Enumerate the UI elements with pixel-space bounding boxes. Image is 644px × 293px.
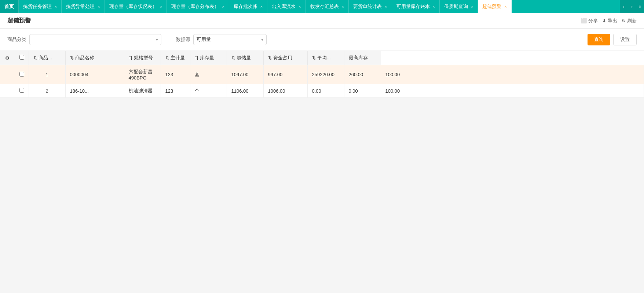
nav-close-button[interactable]: × — [636, 0, 644, 13]
header-actions: ⬜ 分享 ⬇ 导出 ↻ 刷新 — [581, 18, 637, 24]
row-unit: 套 — [190, 65, 227, 84]
th-product-name[interactable]: ⇅ 商品名称 — [65, 51, 124, 65]
nav-item-task-mgmt[interactable]: 拣货任务管理 × — [19, 0, 62, 13]
th-max-inventory[interactable]: 最高库存 — [344, 51, 381, 65]
datasource-select[interactable]: 可用量 ▾ — [193, 34, 267, 45]
nav-item-inventory-dist[interactable]: 现存量（库存分布表） × — [167, 0, 229, 13]
data-table: ⚙ ⇅ 商品... ⇅ 商品名称 — [0, 51, 644, 98]
nav-item-inout-flow[interactable]: 出入库流水 × — [267, 0, 305, 13]
row-avg: 0.00 — [344, 84, 381, 98]
row-product-code: 186-10... — [65, 84, 124, 98]
row-num: 2 — [29, 84, 65, 98]
export-button[interactable]: ⬇ 导出 — [602, 18, 617, 24]
nav-item-batch-account[interactable]: 库存批次账 × — [229, 0, 267, 13]
row-checkbox-cell — [15, 65, 29, 84]
gear-icon[interactable]: ⚙ — [5, 55, 10, 61]
table-body: 1 0000004 六配套新昌490BPG 123 套 1097.00 997.… — [0, 65, 644, 98]
th-settings: ⚙ — [0, 51, 15, 65]
row-spec: 123 — [161, 84, 190, 98]
nav-item-quality-check[interactable]: 保质期查询 × — [440, 0, 478, 13]
category-select[interactable]: ▾ — [29, 34, 161, 45]
content-inner: 超储预警 ⬜ 分享 ⬇ 导出 ↻ 刷新 商品分类 — [0, 13, 644, 98]
table-row: 1 0000004 六配套新昌490BPG 123 套 1097.00 997.… — [0, 65, 644, 84]
row-max-inventory: 100.00 — [381, 65, 644, 84]
th-capital[interactable]: ⇅ 资金占用 — [263, 51, 307, 65]
th-product-code[interactable]: ⇅ 商品... — [29, 51, 65, 65]
row-max-inventory: 100.00 — [381, 84, 644, 98]
th-inventory[interactable]: ⇅ 库存量 — [190, 51, 227, 65]
export-icon: ⬇ — [602, 18, 606, 23]
row-overstock: 1006.00 — [263, 84, 307, 98]
nav-arrows: ‹ › × — [620, 0, 644, 13]
row-inventory: 1106.00 — [227, 84, 263, 98]
settings-button[interactable]: 设置 — [613, 34, 637, 45]
row-checkbox[interactable] — [19, 72, 24, 77]
nav-item-overstock-warning[interactable]: 超储预警 × — [478, 0, 511, 13]
nav-item-available-account[interactable]: 可用量库存账本 × — [392, 0, 440, 13]
row-avg: 260.00 — [344, 65, 381, 84]
table-row: 2 186-10... 机油滤清器 123 个 1106.00 1006.00 … — [0, 84, 644, 98]
row-unit: 个 — [190, 84, 227, 98]
row-overstock: 997.00 — [263, 65, 307, 84]
datasource-value: 可用量 — [197, 36, 211, 43]
table-header-row: ⚙ ⇅ 商品... ⇅ 商品名称 — [0, 51, 644, 65]
close-icon[interactable]: × — [504, 4, 506, 9]
close-icon[interactable]: × — [342, 4, 344, 9]
close-icon[interactable]: × — [222, 4, 224, 9]
page-header: 超储预警 ⬜ 分享 ⬇ 导出 ↻ 刷新 — [0, 13, 644, 29]
datasource-label: 数据源 — [176, 36, 190, 43]
th-unit[interactable]: ⇅ 主计量 — [161, 51, 190, 65]
nav-item-abnormal[interactable]: 拣货异常处理 × — [62, 0, 105, 13]
row-capital: 259220.00 — [307, 65, 344, 84]
chevron-down-icon: ▾ — [156, 37, 158, 42]
nav-item-inventory-status[interactable]: 现存量（库存状况表） × — [105, 0, 167, 13]
close-icon[interactable]: × — [98, 4, 100, 9]
row-capital: 0.00 — [307, 84, 344, 98]
main-content: 超储预警 ⬜ 分享 ⬇ 导出 ↻ 刷新 商品分类 — [0, 13, 644, 293]
th-spec[interactable]: ⇅ 规格型号 — [124, 51, 161, 65]
close-icon[interactable]: × — [471, 4, 473, 9]
filter-buttons: 查询 设置 — [588, 34, 637, 45]
th-checkbox — [15, 51, 29, 65]
nav-next-button[interactable]: › — [628, 0, 636, 13]
th-overstock[interactable]: ⇅ 超储量 — [227, 51, 263, 65]
page-title: 超储预警 — [7, 17, 31, 25]
row-num: 1 — [29, 65, 65, 84]
top-nav: 首页 拣货任务管理 × 拣货异常处理 × 现存量（库存状况表） × 现存量（库存… — [0, 0, 644, 13]
category-label: 商品分类 — [7, 36, 26, 43]
filter-area: 商品分类 ▾ 数据源 可用量 ▾ 查询 设置 — [0, 29, 644, 51]
close-icon[interactable]: × — [299, 4, 301, 9]
row-inventory: 1097.00 — [227, 65, 263, 84]
chevron-down-icon: ▾ — [261, 37, 263, 42]
close-icon[interactable]: × — [385, 4, 387, 9]
close-icon[interactable]: × — [260, 4, 263, 9]
category-filter-group: 商品分类 ▾ — [7, 34, 161, 45]
row-settings — [0, 84, 15, 98]
row-product-code: 0000004 — [65, 65, 124, 84]
close-icon[interactable]: × — [433, 4, 435, 9]
refresh-icon: ↻ — [622, 18, 626, 23]
th-avg[interactable]: ⇅ 平均... — [307, 51, 344, 65]
row-product-name: 六配套新昌490BPG — [124, 65, 161, 84]
share-button[interactable]: ⬜ 分享 — [581, 18, 598, 24]
row-checkbox-cell — [15, 84, 29, 98]
select-all-checkbox[interactable] — [19, 55, 24, 60]
close-icon[interactable]: × — [55, 4, 57, 9]
row-settings — [0, 65, 15, 84]
row-spec: 123 — [161, 65, 190, 84]
nav-prev-button[interactable]: ‹ — [620, 0, 628, 13]
nav-item-collect-summary[interactable]: 收发存汇总表 × — [306, 0, 349, 13]
nav-item-home[interactable]: 首页 — [0, 0, 19, 13]
datasource-filter-group: 数据源 可用量 ▾ — [176, 34, 267, 45]
query-button[interactable]: 查询 — [588, 34, 610, 45]
row-checkbox[interactable] — [19, 88, 24, 93]
refresh-button[interactable]: ↻ 刷新 — [622, 18, 637, 24]
close-icon[interactable]: × — [160, 4, 162, 9]
nav-item-order-stats[interactable]: 要货单统计表 × — [349, 0, 392, 13]
table-area: ⚙ ⇅ 商品... ⇅ 商品名称 — [0, 51, 644, 98]
row-product-name: 机油滤清器 — [124, 84, 161, 98]
share-icon: ⬜ — [581, 18, 587, 23]
